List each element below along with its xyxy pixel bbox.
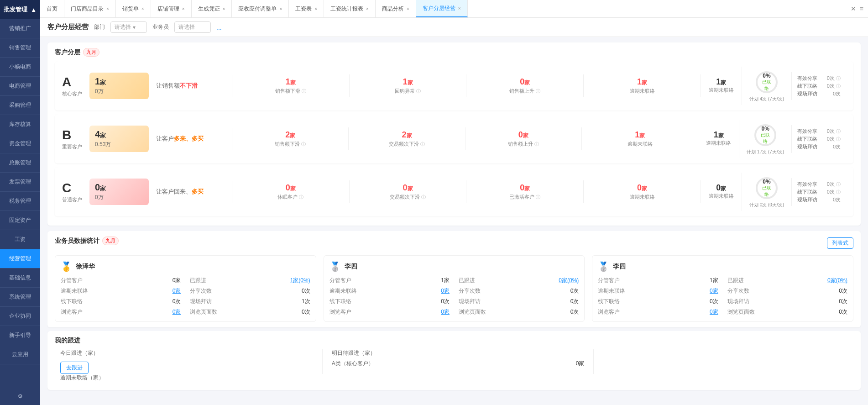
more-options-btn[interactable]: ... [216,24,222,31]
tab-actions: ✕ ≡ [842,5,868,12]
sidebar-item-税务管理[interactable]: 税务管理 [0,192,40,211]
tab-销货单[interactable]: 销货单× [116,0,151,17]
info-icon[interactable]: ⓘ [416,88,421,95]
tab-工资统计报表[interactable]: 工资统计报表× [324,0,376,17]
tab-店铺管理[interactable]: 店铺管理× [151,0,192,17]
staff-stat-left-1: 已跟进 0家(0%) [459,277,579,284]
tab-门店商品目录[interactable]: 门店商品目录× [64,0,116,17]
stat-val[interactable]: 0家 [441,308,450,316]
tab-客户分层经营[interactable]: 客户分层经营× [416,0,468,17]
info-icon[interactable]: ⓘ [836,76,841,81]
tab-action-menu[interactable]: ≡ [860,5,863,12]
info-icon[interactable]: ⓘ [421,194,426,200]
staff-month-badge: 九月 [102,237,119,245]
stat-val[interactable]: 0家(0%) [827,277,847,284]
stat-label: 已跟进 [190,277,206,284]
metric-label: 休眠客户 ⓘ [277,194,303,200]
tab-生成凭证[interactable]: 生成凭证× [192,0,232,17]
stat-val[interactable]: 0家 [173,308,181,316]
sidebar-item-系统管理[interactable]: 系统管理 [0,288,40,307]
tab-close-生成凭证[interactable]: × [223,6,225,11]
tier-amount: 0.53万 [95,141,143,148]
sidebar-item-总账管理[interactable]: 总账管理 [0,153,40,173]
tab-close-工资统计报表[interactable]: × [366,6,369,11]
tier-label-C: C 普通客户 [62,181,89,203]
info-icon[interactable]: ⓘ [836,189,841,195]
staff-stat-right-2: 浏览客户 0家 [598,308,718,316]
info-icon[interactable]: ⓘ [420,141,425,147]
sidebar-settings-icon[interactable]: ⚙ [0,388,40,405]
stat-val[interactable]: 0家 [173,287,181,295]
right-stat-row: 现场拜访 0次 [797,90,841,97]
sidebar-item-企业协同[interactable]: 企业协同 [0,307,40,326]
tab-close-店铺管理[interactable]: × [182,6,185,11]
info-icon[interactable]: ⓘ [836,182,841,187]
info-icon[interactable]: ⓘ [836,84,841,89]
dept-select[interactable]: 请选择 ▾ [110,21,147,33]
followup-tomorrow-col: 明日待跟进（家） A类（核心客户） 0家 [326,349,590,374]
sidebar-item-销售管理[interactable]: 销售管理 [0,38,40,58]
sidebar-item-工资[interactable]: 工资 [0,230,40,249]
list-view-button[interactable]: 列表式 [827,237,853,249]
info-icon[interactable]: ⓘ [836,137,841,142]
stat-val[interactable]: 0家(0%) [559,277,579,284]
tab-应收应付调整单[interactable]: 应收应付调整单× [232,0,289,17]
info-icon[interactable]: ⓘ [836,129,841,134]
stat-val: 0次 [173,298,181,305]
tab-close-销货单[interactable]: × [141,6,144,11]
stat-val: 0次 [839,308,847,316]
go-followup-button[interactable]: 去跟进 [60,362,89,374]
staff-stat-right-1: 现场拜访 0次 [459,298,579,305]
stat-label: 分管客户 [61,277,83,284]
tab-close-工资表[interactable]: × [314,6,317,11]
tab-close-应收应付调整单[interactable]: × [279,6,282,11]
sidebar-item-云应用[interactable]: 云应用 [0,345,40,364]
sidebar-item-固定资产[interactable]: 固定资产 [0,211,40,230]
sidebar-item-电商管理[interactable]: 电商管理 [0,77,40,96]
info-icon[interactable]: ⓘ [302,88,306,95]
tab-工资表[interactable]: 工资表× [289,0,324,17]
tier-count-box: 4家 0.53万 [89,126,149,152]
tab-action-close[interactable]: ✕ [851,5,856,12]
sidebar-item-营销推广[interactable]: 营销推广 [0,19,40,38]
staff-card-0: 🥇 徐泽华 分管客户 0家 已跟进 1家(0%) 逾期未联络 0家 分享次数 0… [55,255,316,322]
stat-label: 浏览客户 [61,308,83,316]
info-icon[interactable]: ⓘ [536,194,540,200]
sidebar-item-采购管理[interactable]: 采购管理 [0,96,40,115]
circle-status: 已联络 [760,185,773,198]
sidebar-item-经营管理[interactable]: 经营管理 [0,249,40,268]
stat-val[interactable]: 1家(0%) [290,277,310,284]
follow-count: 1家 [716,77,726,87]
stat-val[interactable]: 0家 [710,308,718,316]
info-icon[interactable]: ⓘ [534,141,539,147]
tier-cards: A 核心客户 1家 0万 让销售额不下滑 1家 销售额下滑 ⓘ 1家 回购异常 … [55,61,853,216]
info-icon[interactable]: ⓘ [536,88,540,95]
stat-val[interactable]: 0家 [441,287,450,295]
sidebar-item-新手引导[interactable]: 新手引导 [0,326,40,345]
sidebar-item-发票管理[interactable]: 发票管理 [0,173,40,192]
sidebar-collapse-icon[interactable]: ▲ [31,6,37,13]
sidebar-header[interactable]: 批发管理 ▲ [0,0,40,19]
stat-val[interactable]: 0家 [710,287,718,295]
tab-首页[interactable]: 首页 [40,0,64,17]
stat-label: 现场拜访 [797,196,817,203]
sidebar-item-资金管理[interactable]: 资金管理 [0,134,40,153]
tab-close-商品分析[interactable]: × [407,6,409,11]
staff-select[interactable]: 请选择 [174,21,211,33]
stat-label: 逾期未联络 [329,287,357,295]
sidebar-item-小畅电商[interactable]: 小畅电商 [0,58,40,77]
sidebar-item-基础信息[interactable]: 基础信息 [0,268,40,288]
tab-close-客户分层经营[interactable]: × [458,6,461,11]
tab-商品分析[interactable]: 商品分析× [376,0,416,17]
tab-close-门店商品目录[interactable]: × [106,6,109,11]
tier-amount: 0万 [95,88,143,95]
followup-tomorrow-title: 明日待跟进（家） [332,349,585,357]
info-icon[interactable]: ⓘ [299,194,303,200]
metric-box: 0家 逾期未联络 [583,180,701,203]
metric-val: 0家 [637,183,647,193]
tier-slogan-em: 多买 [192,188,204,195]
metric-label: 交易频次下滑 ⓘ [390,194,426,200]
circle-text: 0% 已联络 [760,179,773,198]
sidebar-item-库存核算[interactable]: 库存核算 [0,115,40,134]
info-icon[interactable]: ⓘ [301,141,306,147]
